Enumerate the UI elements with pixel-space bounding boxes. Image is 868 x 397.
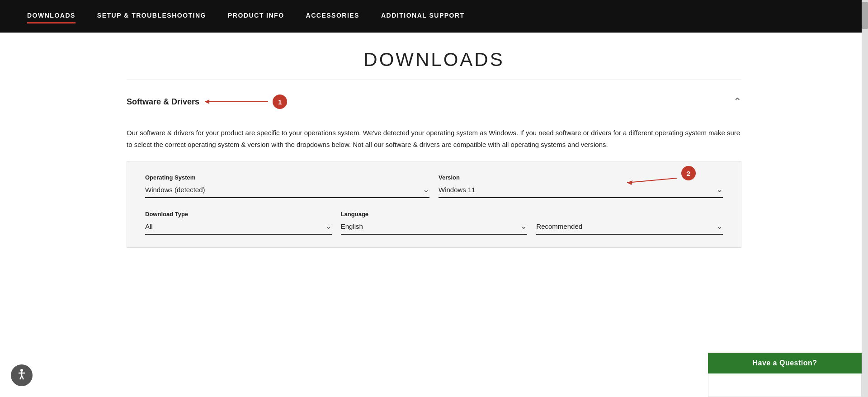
language-dropdown[interactable]: English ⌄ bbox=[341, 221, 528, 235]
filter-row-os-version: Operating System Windows (detected) ⌄ 2 … bbox=[145, 174, 723, 198]
section-title-wrap: Software & Drivers 1 bbox=[127, 95, 287, 109]
download-type-chevron-icon: ⌄ bbox=[325, 221, 332, 231]
os-label: Operating System bbox=[145, 174, 429, 181]
os-dropdown[interactable]: Windows (detected) ⌄ bbox=[145, 184, 429, 198]
svg-marker-1 bbox=[205, 99, 209, 104]
section-divider bbox=[127, 80, 741, 80]
os-value: Windows (detected) bbox=[145, 186, 205, 194]
filter-box: Operating System Windows (detected) ⌄ 2 … bbox=[127, 161, 741, 248]
recommended-chevron-icon: ⌄ bbox=[716, 221, 723, 231]
filter-row-type-language: Download Type All ⌄ Language English ⌄ R… bbox=[145, 211, 723, 235]
language-chevron-icon: ⌄ bbox=[520, 221, 527, 231]
recommended-value: Recommended bbox=[536, 222, 582, 230]
scrollbar[interactable] bbox=[862, 0, 868, 275]
download-type-group: Download Type All ⌄ bbox=[145, 211, 332, 235]
main-content: DOWNLOADS Software & Drivers 1 ⌃ Our sof… bbox=[90, 49, 778, 275]
navigation: DOWNLOADS SETUP & TROUBLESHOOTING PRODUC… bbox=[0, 0, 868, 33]
recommended-group: Recommended ⌄ bbox=[536, 221, 723, 235]
section-collapse-button[interactable]: ⌃ bbox=[733, 96, 741, 108]
section-header: Software & Drivers 1 ⌃ bbox=[127, 85, 741, 113]
version-chevron-icon: ⌄ bbox=[716, 184, 723, 194]
download-type-value: All bbox=[145, 222, 153, 230]
os-dropdown-group: Operating System Windows (detected) ⌄ bbox=[145, 174, 429, 198]
nav-downloads[interactable]: DOWNLOADS bbox=[27, 12, 75, 21]
annotation-1-arrow: 1 bbox=[205, 95, 287, 109]
description-text: Our software & drivers for your product … bbox=[127, 127, 741, 150]
scrollbar-thumb[interactable] bbox=[862, 2, 868, 29]
arrow-svg-1 bbox=[205, 97, 273, 106]
recommended-dropdown[interactable]: Recommended ⌄ bbox=[536, 221, 723, 235]
page-title: DOWNLOADS bbox=[127, 49, 741, 71]
language-value: English bbox=[341, 222, 363, 230]
annotation-badge-1: 1 bbox=[273, 95, 287, 109]
nav-setup[interactable]: SETUP & TROUBLESHOOTING bbox=[97, 12, 206, 21]
section-title: Software & Drivers bbox=[127, 97, 199, 107]
language-group: Language English ⌄ bbox=[341, 211, 528, 235]
version-dropdown[interactable]: Windows 11 ⌄ bbox=[439, 184, 723, 198]
annotation-badge-2: 2 bbox=[681, 166, 696, 180]
download-type-label: Download Type bbox=[145, 211, 332, 217]
nav-accessories[interactable]: ACCESSORIES bbox=[306, 12, 359, 21]
download-type-dropdown[interactable]: All ⌄ bbox=[145, 221, 332, 235]
os-chevron-icon: ⌄ bbox=[423, 184, 429, 194]
nav-additional-support[interactable]: ADDITIONAL SUPPORT bbox=[381, 12, 465, 21]
nav-product-info[interactable]: PRODUCT INFO bbox=[228, 12, 284, 21]
version-dropdown-group: 2 Version Windows 11 ⌄ bbox=[439, 174, 723, 198]
language-label: Language bbox=[341, 211, 528, 217]
version-value: Windows 11 bbox=[439, 186, 476, 194]
version-label: Version bbox=[439, 174, 723, 181]
